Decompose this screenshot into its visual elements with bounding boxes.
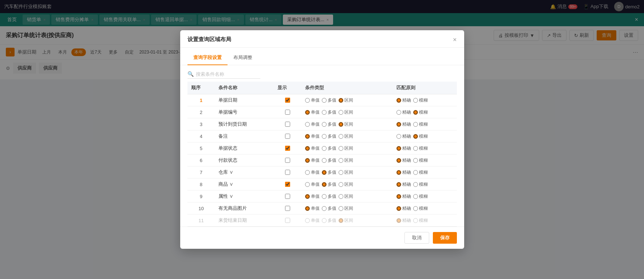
search-input[interactable] <box>196 71 260 77</box>
dialog-header: 设置查询区域布局 × <box>180 30 464 48</box>
dialog-close-btn[interactable]: × <box>453 36 457 43</box>
modal-overlay: 设置查询区域布局 × 查询字段设置 布局调整 🔍 <box>0 0 644 79</box>
dialog-tabs: 查询字段设置 布局调整 <box>180 48 464 65</box>
tab-query-fields[interactable]: 查询字段设置 <box>187 52 228 65</box>
dialog-title: 设置查询区域布局 <box>187 36 231 43</box>
tab-layout[interactable]: 布局调整 <box>228 52 258 65</box>
search-box: 🔍 <box>187 70 260 79</box>
dialog-body: 查询字段设置 布局调整 🔍 顺序 条件名称 显示 <box>180 48 464 79</box>
dialog-search-area: 🔍 <box>180 65 464 79</box>
search-icon: 🔍 <box>187 71 194 77</box>
settings-dialog: 设置查询区域布局 × 查询字段设置 布局调整 🔍 <box>180 30 464 79</box>
